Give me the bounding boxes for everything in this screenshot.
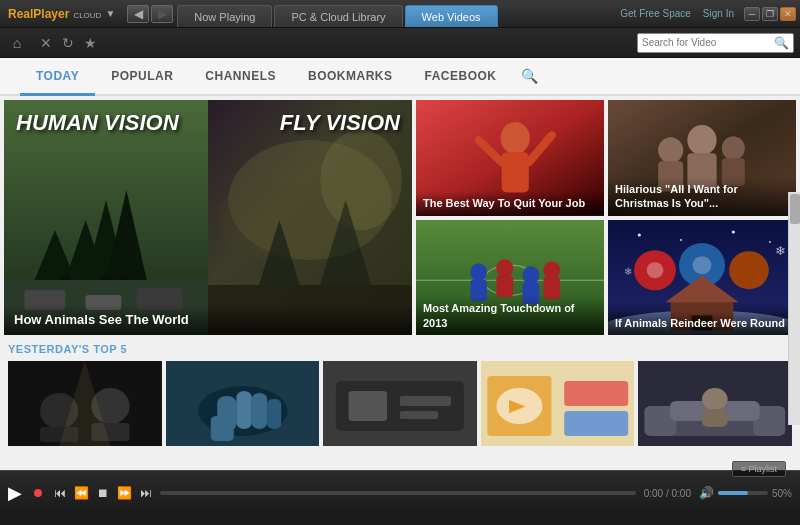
- sign-in-link[interactable]: Sign In: [697, 8, 740, 19]
- svg-rect-69: [251, 393, 266, 429]
- logo-cloud: CLOUD: [73, 11, 101, 20]
- logo-dropdown-icon[interactable]: ▼: [105, 8, 115, 19]
- address-icons: ✕ ↻ ★: [38, 33, 99, 53]
- nav-tabs: TODAY POPULAR CHANNELS BOOKMARKS FACEBOO…: [0, 58, 800, 96]
- yesterday-title: YESTERDAY'S TOP 5: [8, 343, 792, 355]
- window-controls: ─ ❐ ✕: [740, 7, 800, 21]
- skip-fwd-button[interactable]: ⏭: [140, 486, 152, 500]
- svg-rect-70: [267, 399, 281, 429]
- svg-rect-40: [496, 275, 513, 297]
- get-free-space-link[interactable]: Get Free Space: [614, 8, 697, 19]
- playlist-icon: ≡: [741, 464, 746, 474]
- svg-rect-68: [236, 391, 251, 429]
- player-controls: ▶ ⏮ ⏪ ⏹ ⏩ ⏭ 0:00 / 0:00 🔊 50%: [8, 482, 792, 504]
- main-content: HUMAN VISION FLY VISION How Animals See …: [0, 96, 800, 470]
- yesterday-thumb-1[interactable]: [8, 361, 162, 446]
- side-video-reindeer[interactable]: ❄ ❄ If Animals Reindeer Were Round: [608, 220, 796, 336]
- stop-button[interactable]: ⏹: [97, 486, 109, 500]
- refresh-icon[interactable]: ↻: [60, 33, 76, 53]
- svg-point-16: [320, 130, 402, 230]
- logo-text: RealPlayer: [8, 8, 69, 20]
- yesterday-thumb-2[interactable]: [166, 361, 320, 446]
- tab-channels[interactable]: CHANNELS: [189, 58, 292, 96]
- player-bar: ▶ ⏮ ⏪ ⏹ ⏩ ⏭ 0:00 / 0:00 🔊 50%: [0, 470, 800, 515]
- svg-text:❄: ❄: [775, 244, 785, 258]
- scrollbar[interactable]: [788, 192, 800, 425]
- search-box: 🔍: [637, 33, 794, 53]
- yesterday-thumb-4[interactable]: ▶: [481, 361, 635, 446]
- side-video-quit-job[interactable]: The Best Way To Quit Your Job: [416, 100, 604, 216]
- bookmark-icon[interactable]: ★: [82, 33, 99, 53]
- volume-icon[interactable]: 🔊: [699, 486, 714, 500]
- svg-rect-76: [400, 411, 438, 419]
- svg-point-88: [702, 388, 728, 410]
- yesterday-grid: ▶: [8, 361, 792, 446]
- svg-point-46: [732, 230, 735, 233]
- svg-rect-71: [210, 416, 233, 441]
- tab-bookmarks[interactable]: BOOKMARKS: [292, 58, 409, 96]
- svg-point-38: [543, 261, 560, 279]
- close-icon[interactable]: ✕: [38, 33, 54, 53]
- svg-point-36: [496, 259, 513, 277]
- side-video-caption-3: Most Amazing Touchdown of 2013: [416, 296, 604, 335]
- minimize-button[interactable]: ─: [744, 7, 760, 21]
- svg-rect-74: [349, 391, 387, 421]
- side-video-christmas-song[interactable]: Hilarious "All I Want for Christmas Is Y…: [608, 100, 796, 216]
- playlist-label: Playlist: [748, 464, 777, 474]
- svg-rect-79: [564, 381, 628, 406]
- restore-button[interactable]: ❐: [762, 7, 778, 21]
- progress-area: [160, 491, 636, 495]
- svg-point-44: [638, 233, 641, 236]
- volume-slider[interactable]: [718, 491, 768, 495]
- scrollbar-thumb[interactable]: [790, 194, 800, 224]
- svg-point-52: [693, 256, 712, 274]
- tab-now-playing[interactable]: Now Playing: [177, 5, 272, 27]
- svg-text:▶: ▶: [509, 396, 527, 414]
- play-button[interactable]: ▶: [8, 482, 22, 504]
- record-button[interactable]: [34, 489, 42, 497]
- tab-today[interactable]: TODAY: [20, 58, 95, 96]
- featured-section: HUMAN VISION FLY VISION How Animals See …: [0, 96, 800, 339]
- home-button[interactable]: ⌂: [6, 32, 28, 54]
- yesterday-thumb-3[interactable]: [323, 361, 477, 446]
- side-video-caption-4: If Animals Reindeer Were Round: [608, 311, 796, 335]
- prev-button[interactable]: ⏪: [74, 486, 89, 500]
- yesterday-thumb-5[interactable]: [638, 361, 792, 446]
- search-tab-icon[interactable]: 🔍: [513, 68, 546, 84]
- progress-track[interactable]: [160, 491, 636, 495]
- svg-rect-22: [502, 152, 529, 192]
- back-button[interactable]: ◀: [127, 5, 149, 23]
- tab-web-videos[interactable]: Web Videos: [405, 5, 498, 27]
- tab-pc-cloud-library[interactable]: PC & Cloud Library: [274, 5, 402, 27]
- svg-point-35: [470, 263, 487, 281]
- hero-video[interactable]: HUMAN VISION FLY VISION How Animals See …: [4, 100, 412, 335]
- search-input[interactable]: [642, 37, 772, 48]
- svg-rect-80: [564, 411, 628, 436]
- search-button[interactable]: 🔍: [774, 36, 789, 50]
- side-video-touchdown[interactable]: Most Amazing Touchdown of 2013: [416, 220, 604, 336]
- tab-facebook[interactable]: FACEBOOK: [409, 58, 513, 96]
- forward-button[interactable]: ▶: [151, 5, 173, 23]
- side-video-caption-2: Hilarious "All I Want for Christmas Is Y…: [608, 177, 796, 216]
- volume-fill: [718, 491, 748, 495]
- svg-point-51: [647, 262, 664, 278]
- svg-point-21: [501, 122, 530, 154]
- skip-back-button[interactable]: ⏮: [54, 486, 66, 500]
- next-button[interactable]: ⏩: [117, 486, 132, 500]
- close-button[interactable]: ✕: [780, 7, 796, 21]
- svg-point-37: [523, 266, 540, 284]
- svg-text:❄: ❄: [624, 266, 632, 277]
- tab-popular[interactable]: POPULAR: [95, 58, 189, 96]
- hero-title-fly: FLY VISION: [280, 112, 400, 134]
- hero-caption: How Animals See The World: [4, 304, 412, 335]
- svg-point-15: [218, 180, 320, 260]
- address-bar: ⌂ ✕ ↻ ★ 🔍: [0, 28, 800, 58]
- side-videos: The Best Way To Quit Your Job: [416, 100, 796, 335]
- logo-area: RealPlayer CLOUD ▼: [0, 7, 123, 20]
- playlist-button[interactable]: ≡ Playlist: [732, 461, 786, 477]
- svg-point-27: [687, 125, 716, 155]
- title-bar: RealPlayer CLOUD ▼ ◀ ▶ Now Playing PC & …: [0, 0, 800, 28]
- yesterday-section: YESTERDAY'S TOP 5: [0, 339, 800, 470]
- tab-bar: Now Playing PC & Cloud Library Web Video…: [177, 0, 614, 27]
- time-display: 0:00 / 0:00: [644, 488, 691, 499]
